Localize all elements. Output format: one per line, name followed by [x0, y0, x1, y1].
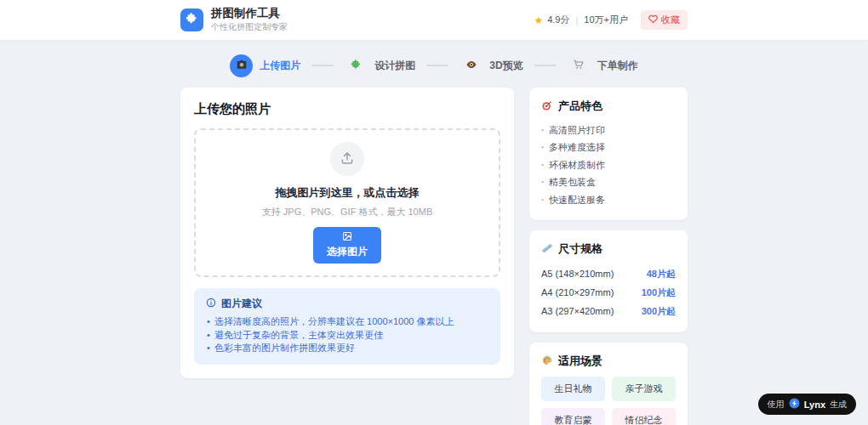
size-pieces: 100片起	[642, 286, 676, 299]
puzzle-icon	[351, 59, 363, 73]
step-design-puzzle[interactable]: 设计拼图	[345, 54, 415, 77]
step-order[interactable]: 下单制作	[568, 54, 638, 77]
choose-image-label: 选择图片	[327, 245, 368, 259]
app-header: 拼图制作工具 个性化拼图定制专家 ★ 4.9分 | 10万+用户 收藏	[0, 0, 868, 40]
favorite-label: 收藏	[661, 14, 680, 26]
features-title: 产品特色	[558, 99, 602, 114]
cart-icon	[573, 59, 585, 73]
scenarios-title: 适用场景	[558, 354, 602, 369]
app-subtitle: 个性化拼图定制专家	[211, 21, 288, 33]
upload-tray-icon	[340, 150, 355, 168]
upload-dropzone[interactable]: 拖拽图片到这里，或点击选择 支持 JPG、PNG、GIF 格式，最大 10MB …	[194, 128, 500, 277]
size-label: A3 (297×420mm)	[541, 306, 614, 316]
badge-prefix: 使用	[768, 399, 785, 411]
features-list: 高清照片打印 多种难度选择 环保材质制作 精美包装盒 快速配送服务	[541, 122, 676, 208]
step-label: 3D预览	[489, 59, 523, 73]
scenario-tag-couple[interactable]: 情侣纪念	[612, 408, 676, 425]
features-card: 产品特色 高清照片打印 多种难度选择 环保材质制作 精美包装盒 快速配送服务	[529, 88, 688, 220]
palette-icon	[541, 354, 553, 369]
feature-item: 快速配送服务	[541, 191, 676, 208]
feature-item: 高清照片打印	[541, 122, 676, 139]
app-logo	[180, 8, 203, 31]
feature-item: 多种难度选择	[541, 139, 676, 156]
size-row-a5: A5 (148×210mm) 48片起	[541, 264, 676, 283]
size-label: A4 (210×297mm)	[541, 287, 614, 298]
photo-tips-box: 图片建议 选择清晰度高的照片，分辨率建议在 1000×1000 像素以上 避免过…	[194, 288, 500, 365]
eye-icon	[465, 59, 477, 73]
step-connector	[311, 65, 334, 66]
badge-suffix: 生成	[830, 399, 847, 411]
upload-card: 上传您的照片 拖拽图片到这里，或点击选择 支持 JPG、PNG、GIF 格式，最…	[180, 88, 514, 378]
step-label: 下单制作	[597, 59, 638, 73]
dart-target-icon	[541, 99, 553, 114]
favorite-button[interactable]: 收藏	[641, 10, 688, 30]
scenario-tag-family[interactable]: 亲子游戏	[612, 377, 676, 401]
brand: 拼图制作工具 个性化拼图定制专家	[180, 7, 288, 34]
sizes-title: 尺寸规格	[558, 241, 602, 257]
scenario-tag-birthday[interactable]: 生日礼物	[541, 377, 605, 401]
tips-list: 选择清晰度高的照片，分辨率建议在 1000×1000 像素以上 避免过于复杂的背…	[206, 315, 488, 355]
size-row-a4: A4 (210×297mm) 100片起	[541, 283, 676, 302]
ruler-icon	[541, 242, 553, 257]
tips-title: 图片建议	[221, 297, 262, 311]
scenario-tag-education[interactable]: 教育启蒙	[541, 408, 605, 425]
lynx-logo-icon	[789, 398, 800, 411]
sizes-card: 尺寸规格 A5 (148×210mm) 48片起 A4 (210×297mm) …	[529, 230, 688, 332]
step-connector	[426, 65, 448, 66]
step-upload-image[interactable]: 上传图片	[230, 54, 300, 77]
star-icon: ★	[534, 14, 543, 26]
image-icon	[342, 231, 352, 244]
step-connector	[534, 65, 557, 66]
tip-item: 避免过于复杂的背景，主体突出效果更佳	[206, 329, 488, 343]
feature-item: 环保材质制作	[541, 156, 676, 173]
step-3d-preview[interactable]: 3D预览	[460, 54, 523, 77]
tip-item: 选择清晰度高的照片，分辨率建议在 1000×1000 像素以上	[206, 315, 488, 329]
lynx-badge[interactable]: 使用 Lynx 生成	[758, 394, 856, 415]
info-circle-icon	[206, 298, 216, 310]
choose-image-button[interactable]: 选择图片	[313, 227, 381, 264]
feature-item: 精美包装盒	[541, 173, 676, 190]
step-label: 设计拼图	[374, 59, 415, 73]
badge-brand: Lynx	[804, 400, 825, 410]
size-pieces: 300片起	[642, 305, 676, 318]
separator: |	[575, 15, 578, 26]
app-title: 拼图制作工具	[211, 7, 288, 21]
dropzone-hint: 支持 JPG、PNG、GIF 格式，最大 10MB	[204, 206, 490, 218]
scenario-tags: 生日礼物 亲子游戏 教育启蒙 情侣纪念	[541, 377, 676, 425]
step-label: 上传图片	[260, 59, 300, 73]
dropzone-title: 拖拽图片到这里，或点击选择	[204, 185, 490, 201]
size-label: A5 (148×210mm)	[541, 269, 614, 279]
rating-text: 4.9分	[547, 14, 569, 26]
size-pieces: 48片起	[647, 268, 676, 280]
upload-card-title: 上传您的照片	[194, 101, 500, 117]
camera-icon	[236, 59, 248, 73]
heart-icon	[648, 14, 658, 26]
steps-nav: 上传图片 设计拼图 3D预览 下单制作	[0, 53, 868, 78]
puzzle-piece-icon	[186, 12, 199, 28]
size-row-a3: A3 (297×420mm) 300片起	[541, 302, 676, 320]
scenarios-card: 适用场景 生日礼物 亲子游戏 教育启蒙 情侣纪念	[529, 343, 688, 425]
sidebar: 产品特色 高清照片打印 多种难度选择 环保材质制作 精美包装盒 快速配送服务 尺…	[529, 88, 688, 425]
tip-item: 色彩丰富的图片制作拼图效果更好	[206, 342, 488, 355]
users-text: 10万+用户	[584, 14, 628, 26]
